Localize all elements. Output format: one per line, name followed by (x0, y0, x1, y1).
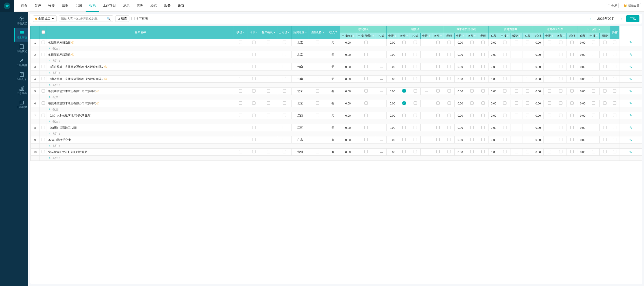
row-edit[interactable]: ✎ (619, 76, 642, 83)
row-difang-cb3[interactable] (567, 39, 577, 46)
row-jiaoyu-cb3[interactable] (522, 76, 533, 83)
row-jiaoyu-cb3[interactable] (522, 39, 533, 46)
name-list-check[interactable]: 名下标表 (131, 16, 148, 21)
row-difang-cb3[interactable] (567, 63, 577, 70)
row-checkbox[interactable] (40, 124, 47, 131)
row-swipecard[interactable] (248, 136, 260, 144)
row-difang-cb2[interactable] (555, 100, 567, 107)
row-jiaoyu-cb2[interactable] (511, 39, 522, 46)
row-taxnum[interactable] (234, 112, 248, 119)
row-zengjia-cb3[interactable] (432, 136, 444, 144)
row-jiaoyu-cb3[interactable] (522, 136, 533, 144)
row-zengjia-cb1[interactable] (398, 136, 410, 144)
row-zengjia-cb3[interactable] (432, 63, 444, 70)
row-jiaoyu-cb3[interactable] (522, 124, 533, 131)
row-yinhua-cb3[interactable] (610, 149, 619, 156)
row-zengjia-cb2[interactable] (410, 63, 421, 70)
row-difang-cb2[interactable] (555, 124, 567, 131)
row-yinhua-cb1[interactable] (588, 112, 600, 119)
row-confirm[interactable] (260, 88, 277, 95)
row-difang-cb2[interactable] (555, 63, 567, 70)
row-difang-cb1[interactable] (543, 39, 555, 46)
row-filed[interactable] (277, 124, 291, 131)
row-chengshi-cb1[interactable] (466, 112, 478, 119)
row-swipecard[interactable] (248, 112, 260, 119)
row-zengjia-cb2[interactable] (410, 88, 421, 95)
row-taxnum[interactable] (234, 76, 248, 83)
row-jiaoyu-cb2[interactable] (511, 124, 522, 131)
sidebar-item-piliangshuibao[interactable]: 批量报税 (14, 28, 28, 42)
row-zengjia-cb2[interactable] (410, 39, 421, 46)
row-checkbox[interactable] (40, 112, 47, 119)
row-edit[interactable]: ✎ (619, 39, 642, 46)
sidebar-item-gesuishenbao[interactable]: 个税申报 (14, 56, 28, 69)
search-input[interactable] (59, 16, 105, 22)
row-zengjia-cb4[interactable] (444, 124, 454, 131)
row-yinhua-cb2[interactable] (600, 39, 610, 46)
row-difang-cb1[interactable] (543, 100, 555, 107)
row-zengjia-cb2[interactable] (410, 51, 421, 58)
row-jiaoyu-cb1[interactable] (499, 88, 511, 95)
row-confirm[interactable] (260, 51, 277, 58)
row-edit[interactable]: ✎ (619, 88, 642, 95)
row-zengjia-cb3[interactable] (432, 51, 444, 58)
prev-month-button[interactable]: ‹ (588, 16, 594, 22)
row-yinhua-cb3[interactable] (610, 63, 619, 70)
row-swipecard[interactable] (248, 63, 260, 70)
nav-fee[interactable]: 收费 (45, 0, 58, 12)
row-filed[interactable] (277, 100, 291, 107)
row-zengjia-cb1[interactable] (398, 88, 410, 95)
row-zengjia-cb4[interactable] (444, 100, 454, 107)
row-yinhua-cb1[interactable] (588, 39, 600, 46)
row-yinhua-cb3[interactable] (610, 88, 619, 95)
row-jiaoyu-cb2[interactable] (511, 112, 522, 119)
row-yinhua-cb1[interactable] (588, 51, 600, 58)
row-jiaoyu-cb2[interactable] (511, 63, 522, 70)
row-caiwu-cb1[interactable] (356, 39, 376, 46)
row-difang-cb2[interactable] (555, 76, 567, 83)
row-chengshi-cb1[interactable] (466, 100, 478, 107)
row-difang-cb1[interactable] (543, 63, 555, 70)
row-confirm[interactable] (260, 39, 277, 46)
sidebar-item-baoshuiyuelan[interactable]: 报税预览 (14, 42, 28, 56)
nav-manage[interactable]: 管理 (133, 0, 147, 12)
row-taxequip[interactable] (309, 149, 326, 156)
row-zengjia-cb2[interactable] (410, 149, 421, 156)
row-jiaoyu-cb3[interactable] (522, 51, 533, 58)
row-caiwu-cb1[interactable] (356, 63, 376, 70)
row-filed[interactable] (277, 136, 291, 144)
row-zengjia-cb2[interactable] (410, 124, 421, 131)
row-edit[interactable]: ✎ (619, 51, 642, 58)
row-confirm[interactable] (260, 100, 277, 107)
row-difang-cb1[interactable] (543, 112, 555, 119)
row-chengshi-cb1[interactable] (466, 63, 478, 70)
row-jiaoyu-cb2[interactable] (511, 136, 522, 144)
row-edit[interactable]: ✎ (619, 112, 642, 119)
row-yinhua-cb3[interactable] (610, 136, 619, 144)
row-taxequip[interactable] (309, 63, 326, 70)
row-jiaoyu-cb1[interactable] (499, 39, 511, 46)
sidebar-item-huizongmiaoshu[interactable]: 汇总摘要 (14, 83, 28, 97)
row-checkbox[interactable] (40, 39, 47, 46)
row-yinhua-cb3[interactable] (610, 124, 619, 131)
row-checkbox[interactable] (40, 100, 47, 107)
row-taxequip[interactable] (309, 124, 326, 131)
row-edit[interactable]: ✎ (619, 149, 642, 156)
row-zengjia-cb3[interactable] (432, 112, 444, 119)
row-yinhua-cb2[interactable] (600, 124, 610, 131)
nav-message[interactable]: 消息 (120, 0, 133, 12)
row-confirm[interactable] (260, 149, 277, 156)
nav-industry[interactable]: 工商项目 (99, 0, 120, 12)
row-yinhua-cb2[interactable] (600, 149, 610, 156)
row-yinhua-cb3[interactable] (610, 112, 619, 119)
row-chengshi-cb1[interactable] (466, 149, 478, 156)
row-caiwu-cb1[interactable] (356, 51, 376, 58)
next-month-button[interactable]: › (618, 16, 624, 22)
row-swipecard[interactable] (248, 124, 260, 131)
row-taxnum[interactable] (234, 149, 248, 156)
row-chengshi-cb2[interactable] (478, 51, 488, 58)
row-yinhua-cb2[interactable] (600, 112, 610, 119)
row-jiaoyu-cb1[interactable] (499, 51, 511, 58)
nav-service[interactable]: 服务 (161, 0, 174, 12)
row-checkbox[interactable] (40, 76, 47, 83)
